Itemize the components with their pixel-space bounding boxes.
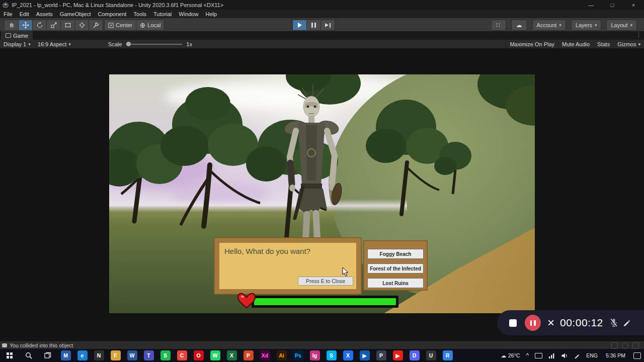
chevron-down-icon: ▾ bbox=[595, 23, 597, 28]
taskbar-app-whatsapp[interactable]: W bbox=[207, 349, 223, 362]
gizmos-dropdown[interactable]: Gizmos ▾ bbox=[613, 40, 644, 48]
taskbar-app-illustrator[interactable]: Ai bbox=[273, 349, 290, 362]
taskbar-app-adobe-xd[interactable]: Xd bbox=[257, 349, 273, 362]
close-icon[interactable]: × bbox=[623, 0, 644, 10]
tab-game[interactable]: Game bbox=[1, 31, 33, 40]
taskbar-app-mail[interactable]: M bbox=[57, 349, 74, 362]
mute-audio-toggle[interactable]: Mute Audio bbox=[558, 40, 593, 48]
instagram-icon: Ig bbox=[310, 350, 320, 360]
rotate-tool-button[interactable] bbox=[33, 20, 47, 31]
taskbar-app-discord[interactable]: D bbox=[406, 349, 423, 362]
action-center-button[interactable] bbox=[630, 349, 644, 362]
network-tray-button[interactable] bbox=[545, 349, 558, 362]
collab-icon[interactable] bbox=[632, 342, 639, 349]
taskbar-app-youtube[interactable]: ▶ bbox=[389, 349, 406, 362]
location-button-forest-of-the-infected[interactable]: Forest of the Infected bbox=[367, 263, 424, 274]
auto-refresh-icon[interactable] bbox=[611, 342, 618, 349]
pen-tray-button[interactable] bbox=[571, 349, 583, 362]
taskbar-app-notion[interactable]: N bbox=[91, 349, 107, 362]
volume-tray-button[interactable] bbox=[558, 349, 571, 362]
menu-assets[interactable]: Assets bbox=[33, 10, 56, 18]
status-message[interactable]: You collided into this object bbox=[10, 342, 73, 348]
taskbar-app-teams[interactable]: T bbox=[140, 349, 157, 362]
taskbar-app-your-phone[interactable]: P bbox=[373, 349, 389, 362]
console-message-icon[interactable] bbox=[2, 343, 7, 347]
close-recorder-icon[interactable]: × bbox=[547, 318, 554, 328]
taskbar-app-instagram[interactable]: Ig bbox=[306, 349, 323, 362]
location-button-lost-ruins[interactable]: Lost Ruins bbox=[367, 278, 424, 288]
microphone-muted-icon[interactable] bbox=[609, 318, 618, 328]
cloud-button[interactable]: ☁ bbox=[511, 20, 527, 31]
play-button[interactable] bbox=[292, 20, 307, 31]
location-button-foggy-beach[interactable]: Foggy Beach bbox=[367, 249, 424, 259]
account-dropdown[interactable]: Account ▾ bbox=[532, 20, 566, 31]
layers-dropdown[interactable]: Layers ▾ bbox=[571, 20, 602, 31]
pause-button[interactable] bbox=[307, 20, 321, 31]
annotate-pencil-icon[interactable] bbox=[622, 319, 630, 327]
menu-file[interactable]: File bbox=[0, 10, 16, 18]
taskbar-app-word[interactable]: W bbox=[124, 349, 140, 362]
services-button[interactable] bbox=[491, 20, 506, 31]
minimize-icon[interactable]: — bbox=[581, 0, 602, 10]
scale-slider-knob[interactable] bbox=[126, 42, 131, 46]
custom-tool-button[interactable] bbox=[89, 20, 103, 31]
taskbar-app-screen-recorder[interactable]: R bbox=[439, 349, 456, 362]
hidden-icons-button[interactable]: ^ bbox=[523, 349, 532, 362]
transform-tool-button[interactable] bbox=[75, 20, 89, 31]
move-tool-button[interactable] bbox=[19, 20, 33, 31]
menu-tutorial[interactable]: Tutorial bbox=[150, 10, 175, 18]
main-toolbar: Center Local bbox=[0, 18, 644, 32]
press-e-to-close-button[interactable]: Press E to Close bbox=[298, 277, 353, 286]
display-tray-button[interactable] bbox=[532, 349, 545, 362]
taskbar-app-file-explorer[interactable]: F bbox=[107, 349, 124, 362]
search-button[interactable] bbox=[19, 349, 38, 362]
scale-slider[interactable] bbox=[126, 44, 182, 45]
menu-help[interactable]: Help bbox=[202, 10, 220, 18]
taskbar-app-unity-hub[interactable]: U bbox=[423, 349, 439, 362]
hand-tool-button[interactable] bbox=[4, 20, 19, 31]
menu-edit[interactable]: Edit bbox=[16, 10, 33, 18]
taskbar-app-edge[interactable]: e bbox=[74, 349, 91, 362]
pivot-toggle-button[interactable]: Center bbox=[104, 20, 136, 31]
step-button[interactable] bbox=[321, 20, 335, 31]
display-dropdown[interactable]: Display 1 ▾ bbox=[0, 40, 34, 48]
start-button[interactable] bbox=[0, 349, 19, 362]
menu-window[interactable]: Window bbox=[175, 10, 202, 18]
npc-head bbox=[298, 84, 324, 117]
language-indicator[interactable]: ENG bbox=[583, 349, 601, 362]
task-view-button[interactable] bbox=[38, 349, 57, 362]
clock[interactable]: 5:36 PM bbox=[601, 349, 630, 362]
taskbar-app-xbox[interactable]: X bbox=[340, 349, 356, 362]
tab-overflow-icon[interactable]: ⋮ bbox=[636, 32, 641, 38]
view-tab-bar: Game ⋮ bbox=[0, 31, 644, 40]
windows-logo-icon bbox=[7, 352, 13, 358]
rect-tool-button[interactable] bbox=[61, 20, 75, 31]
menu-component[interactable]: Component bbox=[94, 10, 130, 18]
taskbar-app-excel[interactable]: X bbox=[223, 349, 240, 362]
taskbar-app-chrome[interactable]: C bbox=[174, 349, 190, 362]
mute-audio-label: Mute Audio bbox=[562, 41, 590, 47]
taskbar-app-powerpoint[interactable]: P bbox=[240, 349, 257, 362]
aspect-dropdown[interactable]: 16:9 Aspect ▾ bbox=[34, 40, 74, 48]
status-bar: You collided into this object bbox=[0, 341, 644, 349]
stop-recording-icon[interactable] bbox=[509, 319, 517, 327]
orientation-toggle-button[interactable]: Local bbox=[136, 20, 165, 31]
taskbar-app-opera[interactable]: O bbox=[190, 349, 207, 362]
screen-recorder-icon: R bbox=[443, 350, 453, 360]
taskbar-app-movies-tv[interactable]: ▶ bbox=[356, 349, 373, 362]
activity-icon[interactable] bbox=[622, 342, 628, 349]
edge-icon: e bbox=[77, 350, 88, 360]
taskbar-app-photoshop[interactable]: Ps bbox=[290, 349, 306, 362]
stats-toggle[interactable]: Stats bbox=[593, 40, 613, 48]
taskbar-app-skype[interactable]: S bbox=[323, 349, 340, 362]
scale-tool-button[interactable] bbox=[47, 20, 61, 31]
layout-dropdown[interactable]: Layout ▾ bbox=[606, 20, 637, 31]
game-view[interactable]: Hello, What do you want? Press E to Clos… bbox=[109, 74, 535, 313]
taskbar-app-spotify[interactable]: S bbox=[157, 349, 174, 362]
maximize-on-play-toggle[interactable]: Maximize On Play bbox=[506, 40, 558, 48]
pause-recording-button[interactable] bbox=[525, 315, 541, 331]
menu-tools[interactable]: Tools bbox=[130, 10, 150, 18]
weather-widget[interactable]: ☁ 26°C bbox=[498, 349, 523, 362]
maximize-icon[interactable]: □ bbox=[602, 0, 623, 10]
menu-gameobject[interactable]: GameObject bbox=[56, 10, 95, 18]
